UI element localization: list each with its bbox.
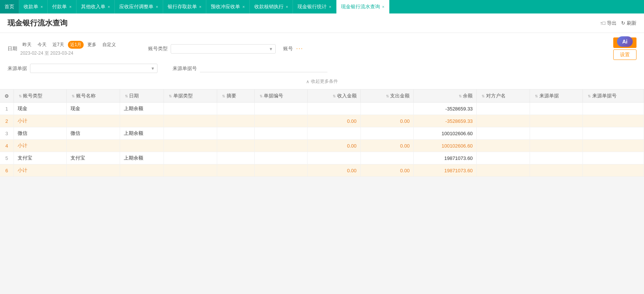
sort-icon: ⇅ [535, 94, 538, 98]
summary-cell [217, 127, 255, 140]
source-doc-select[interactable]: ▾ [30, 64, 158, 73]
nav-tab-other-income[interactable]: 其他收入单 × [77, 0, 115, 13]
nav-tab-cash-bank-stat[interactable]: 现金银行统计 × [293, 0, 336, 13]
nav-tab-collection-exec-label: 收款核销执行 [254, 3, 284, 10]
export-icon: ↑□ [600, 20, 605, 26]
refresh-icon: ↻ [621, 20, 625, 26]
nav-tab-bank-deposit-label: 银行存取款单 [168, 3, 197, 10]
nav-tab-ar-ap-adjust[interactable]: 应收应付调整单 × [115, 0, 163, 13]
account-type-cell: 支付宝 [14, 152, 67, 164]
shortcut-yesterday[interactable]: 昨天 [20, 41, 34, 49]
close-icon[interactable]: × [108, 4, 110, 9]
sort-icon: ⇅ [459, 94, 462, 98]
nav-tab-payments[interactable]: 付款单 × [48, 0, 76, 13]
settings-icon: ⚙ [5, 93, 9, 99]
subtotal-row[interactable]: 4小计0.000.00100102606.60 [0, 140, 644, 152]
date-cell: 上期余额 [120, 103, 164, 115]
sort-icon: ⇅ [222, 94, 225, 98]
expense-cell: 0.00 [360, 140, 414, 152]
page-header: 现金银行流水查询 ↑□ 导出 ↻ 刷新 [0, 13, 644, 33]
nav-tab-cash-bank-flow[interactable]: 现金银行流水查询 × [336, 0, 389, 13]
account-type-cell: 微信 [14, 127, 67, 140]
close-icon[interactable]: × [41, 4, 43, 9]
export-button[interactable]: ↑□ 导出 [600, 20, 617, 27]
table-header-row: ⚙ ⇅ 账号类型 ⇅ 账号名称 ⇅ 日期 ⇅ 单据类型 [0, 90, 644, 103]
col-header-doc-no[interactable]: ⇅ 单据编号 [254, 90, 308, 103]
nav-tab-home[interactable]: 首页 [0, 0, 19, 13]
close-icon[interactable]: × [199, 4, 201, 9]
col-header-balance[interactable]: ⇅ 余额 [414, 90, 477, 103]
page-title: 现金银行流水查询 [8, 18, 68, 28]
setting-button[interactable]: 设置 [613, 49, 636, 60]
close-icon[interactable]: × [69, 4, 71, 9]
sort-icon: ⇅ [386, 94, 389, 98]
close-icon[interactable]: × [242, 4, 245, 9]
account-label: 账号 [283, 45, 293, 52]
nav-tab-home-label: 首页 [5, 3, 14, 10]
summary-cell [217, 152, 255, 164]
collapse-bar[interactable]: ∧ 收起更多条件 [8, 77, 636, 85]
account-type-filter: 账号类型 ▾ [148, 44, 276, 54]
nav-tab-advance-offset[interactable]: 预收冲应收单 × [206, 0, 249, 13]
shortcut-7days[interactable]: 近7天 [50, 41, 66, 49]
balance-cell: -3528659.33 [414, 103, 477, 115]
data-row[interactable]: 3微信微信上期余额100102606.60 [0, 127, 644, 140]
account-dots-button[interactable]: ··· [296, 45, 303, 52]
account-type-cell: 小计 [14, 115, 67, 127]
source-doc-cell [530, 164, 583, 177]
date-cell: 上期余额 [120, 127, 164, 140]
close-icon[interactable]: × [382, 4, 384, 9]
settings-col-header[interactable]: ⚙ [0, 90, 14, 103]
nav-tab-receipts[interactable]: 收款单 × [19, 0, 48, 13]
doc-type-cell [164, 103, 217, 115]
nav-tab-collection-exec[interactable]: 收款核销执行 × [250, 0, 293, 13]
sort-icon: ⇅ [19, 94, 22, 98]
account-name-cell: 现金 [67, 103, 120, 115]
close-icon[interactable]: × [329, 4, 331, 9]
col-header-counterparty[interactable]: ⇅ 对方户名 [477, 90, 530, 103]
sort-icon: ⇅ [260, 94, 263, 98]
close-icon[interactable]: × [156, 4, 158, 9]
sort-icon: ⇅ [72, 94, 75, 98]
col-header-doc-type[interactable]: ⇅ 单据类型 [164, 90, 217, 103]
data-row[interactable]: 1现金现金上期余额-3528659.33 [0, 103, 644, 115]
source-doc-label: 来源单据 [8, 65, 27, 72]
col-header-account-type[interactable]: ⇅ 账号类型 [14, 90, 67, 103]
doc-type-cell [164, 152, 217, 164]
account-type-cell: 小计 [14, 164, 67, 177]
expense-cell: 0.00 [360, 115, 414, 127]
doc-type-cell [164, 127, 217, 140]
shortcut-custom[interactable]: 自定义 [100, 41, 118, 49]
source-doc-filter: 来源单据 ▾ [8, 64, 158, 73]
shortcut-today[interactable]: 今天 [35, 41, 49, 49]
ai-label: Ai [622, 39, 627, 45]
nav-tab-bank-deposit[interactable]: 银行存取款单 × [163, 0, 206, 13]
col-header-source-doc[interactable]: ⇅ 来源单据 [530, 90, 583, 103]
account-type-select[interactable]: ▾ [171, 44, 276, 54]
ai-badge[interactable]: Ai [617, 36, 633, 47]
counterparty-cell [477, 115, 530, 127]
refresh-button[interactable]: ↻ 刷新 [621, 20, 636, 27]
col-header-income[interactable]: ⇅ 收入金额 [308, 90, 361, 103]
shortcut-more[interactable]: 更多 [85, 41, 99, 49]
account-name-cell: 微信 [67, 127, 120, 140]
nav-tab-cash-bank-stat-label: 现金银行统计 [297, 3, 327, 10]
date-label: 日期 [8, 45, 17, 52]
source-doc-no-label: 来源单据号 [173, 65, 197, 72]
nav-tab-cash-bank-flow-label: 现金银行流水查询 [341, 3, 380, 10]
col-header-expense[interactable]: ⇅ 支出金额 [360, 90, 414, 103]
col-header-summary[interactable]: ⇅ 摘要 [217, 90, 255, 103]
col-header-source-doc-no[interactable]: ⇅ 来源单据号 [583, 90, 644, 103]
top-nav: 首页 收款单 × 付款单 × 其他收入单 × 应收应付调整单 × 银行存取款单 … [0, 0, 644, 13]
nav-tab-advance-offset-label: 预收冲应收单 [211, 3, 240, 10]
close-icon[interactable]: × [286, 4, 288, 9]
income-cell: 0.00 [308, 115, 361, 127]
col-header-account-name[interactable]: ⇅ 账号名称 [67, 90, 120, 103]
subtotal-row[interactable]: 2小计0.000.00-3528659.33 [0, 115, 644, 127]
col-header-date[interactable]: ⇅ 日期 [120, 90, 164, 103]
doc-no-cell [254, 164, 308, 177]
data-row[interactable]: 5支付宝支付宝上期余额19871073.60 [0, 152, 644, 164]
subtotal-row[interactable]: 6小计0.000.0019871073.60 [0, 164, 644, 177]
shortcut-1month[interactable]: 近1月 [68, 41, 84, 49]
source-doc-no-input[interactable] [200, 65, 327, 72]
